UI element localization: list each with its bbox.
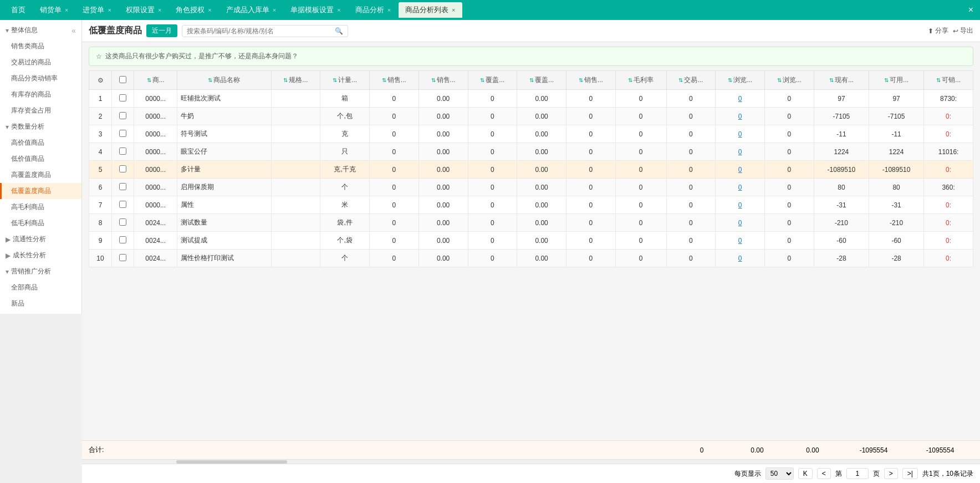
sidebar-item-sales-goods[interactable]: 销售类商品 [0,38,81,54]
period-button[interactable]: 近一月 [146,24,177,37]
nav-tab-products[interactable]: 产成品入库单 × [220,2,283,18]
th-spec[interactable]: ⇅规格... [271,71,320,90]
search-input[interactable] [187,27,333,35]
th-browse2[interactable]: ⇅浏览... [765,71,814,90]
page-size-select[interactable]: 50 20 100 [765,467,794,480]
search-icon[interactable]: 🔍 [335,27,343,35]
nav-tab-analysis-list-close[interactable]: × [452,7,455,13]
cell-checkbox[interactable] [112,143,134,161]
cell-checkbox[interactable] [112,250,134,267]
sidebar-item-stocked-goods[interactable]: 有库存的商品 [0,87,81,103]
th-current-stock[interactable]: ⇅现有... [814,71,869,90]
nav-tab-analysis-close[interactable]: × [387,7,391,13]
cell-checkbox[interactable] [112,196,134,214]
th-name[interactable]: ⇅商品名称 [177,71,271,90]
cell-checkbox[interactable] [112,161,134,179]
nav-tab-analysis[interactable]: 商品分析 × [349,2,397,18]
sidebar-item-high-value[interactable]: 高价值商品 [0,135,81,151]
sidebar-item-traded-goods[interactable]: 交易过的商品 [0,54,81,70]
last-page-button[interactable]: >| [902,468,918,479]
th-gross-margin[interactable]: ⇅毛利率 [615,71,666,90]
cell-browse1[interactable]: 0 [716,108,765,125]
sidebar-item-low-coverage-label: 低覆盖度商品 [11,187,51,195]
nav-tab-roles-close[interactable]: × [208,7,211,13]
horizontal-scrollbar[interactable] [82,459,980,464]
cell-sales-qty: 0 [370,214,419,232]
sidebar-section-growth[interactable]: ▶ 成长性分析 [0,247,81,263]
cell-browse1[interactable]: 0 [716,143,765,161]
export-button[interactable]: ↩ 导出 [953,26,973,35]
cell-available: -60 [869,232,924,250]
cell-browse1[interactable]: 0 [716,214,765,232]
sidebar-section-overall[interactable]: ▾ 整体信息 « [0,22,81,38]
cell-checkbox[interactable] [112,108,134,125]
th-checkbox[interactable] [112,71,134,90]
select-all-checkbox[interactable] [119,76,126,83]
sidebar-item-stock-capital[interactable]: 库存资金占用 [0,103,81,119]
page-number-input[interactable] [846,468,869,479]
nav-tab-purchase-close[interactable]: × [108,7,111,13]
cell-browse1[interactable]: 0 [716,250,765,267]
nav-tab-sales-close[interactable]: × [65,7,68,13]
nav-tab-permissions-close[interactable]: × [158,7,161,13]
nav-tab-home-label: 首页 [11,5,25,15]
sidebar-item-high-margin[interactable]: 高毛利商品 [0,199,81,215]
cell-cov1: 0 [468,161,517,179]
cell-checkbox[interactable] [112,214,134,232]
cell-cov1: 0 [468,232,517,250]
sidebar-item-low-value[interactable]: 低价值商品 [0,151,81,167]
th-code[interactable]: ⇅商... [134,71,177,90]
share-button[interactable]: ⬆ 分享 [928,26,948,35]
sidebar-item-all-goods[interactable]: 全部商品 [0,279,81,296]
nav-tab-roles[interactable]: 角色授权 × [169,2,218,18]
sidebar-item-category-rate[interactable]: 商品分类动销率 [0,70,81,87]
nav-tab-permissions[interactable]: 权限设置 × [119,2,168,18]
th-sales-other[interactable]: ⇅销售... [566,71,616,90]
nav-tab-templates[interactable]: 单据模板设置 × [284,2,347,18]
sidebar-section-quantity[interactable]: ▾ 类数量分析 [0,119,81,135]
cell-browse1[interactable]: 0 [716,196,765,214]
cell-sales3: 0 [566,214,616,232]
th-unit[interactable]: ⇅计量... [320,71,370,90]
sidebar-collapse-icon[interactable]: « [72,26,76,35]
nav-tab-products-close[interactable]: × [273,7,276,13]
sidebar-item-low-margin[interactable]: 低毛利商品 [0,215,81,231]
th-settings[interactable]: ⚙ [89,71,112,90]
nav-tab-templates-close[interactable]: × [337,7,340,13]
th-available[interactable]: ⇅可用... [869,71,924,90]
next-page-button[interactable]: > [884,468,898,479]
cell-checkbox[interactable] [112,90,134,108]
sidebar-item-high-coverage[interactable]: 高覆盖度商品 [0,167,81,183]
th-sellable[interactable]: ⇅可销... [924,71,973,90]
nav-tab-sales[interactable]: 销货单 × [33,2,75,18]
cell-sales-amount: 0.00 [418,196,468,214]
cell-browse1[interactable]: 0 [716,161,765,179]
nav-tab-purchase[interactable]: 进货单 × [76,2,118,18]
sidebar-section-flow[interactable]: ▶ 流通性分析 [0,231,81,247]
cell-browse1[interactable]: 0 [716,125,765,143]
cell-name: 属性价格打印测试 [177,250,271,267]
th-coverage1[interactable]: ⇅覆盖... [468,71,517,90]
sidebar-item-low-coverage[interactable]: 低覆盖度商品 [0,183,81,199]
th-browse1[interactable]: ⇅浏览... [716,71,765,90]
cell-unit: 箱 [320,90,370,108]
cell-checkbox[interactable] [112,232,134,250]
cell-checkbox[interactable] [112,179,134,196]
nav-tab-analysis-list[interactable]: 商品分析列表 × [399,2,462,18]
prev-page-button[interactable]: < [817,468,831,479]
nav-tab-home[interactable]: 首页 [4,2,32,18]
cell-browse1[interactable]: 0 [716,90,765,108]
cell-spec [271,232,320,250]
close-all-tabs-button[interactable]: × [966,3,976,17]
th-coverage2[interactable]: ⇅覆盖... [517,71,566,90]
chevron-right-icon-flow: ▶ [6,236,11,243]
th-sales-qty[interactable]: ⇅销售... [370,71,419,90]
th-transaction[interactable]: ⇅交易... [666,71,716,90]
sidebar-item-new-goods[interactable]: 新品 [0,296,81,312]
first-page-button[interactable]: K [798,468,813,479]
cell-browse1[interactable]: 0 [716,232,765,250]
cell-browse1[interactable]: 0 [716,179,765,196]
th-sales-amount[interactable]: ⇅销售... [418,71,468,90]
cell-checkbox[interactable] [112,125,134,143]
sidebar-section-marketing[interactable]: ▾ 营销推广分析 [0,263,81,279]
